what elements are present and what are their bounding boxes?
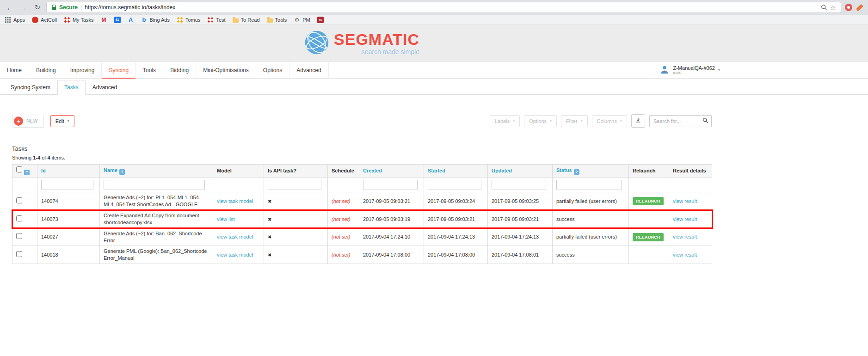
- created-value: 2017-09-04 17:08:00: [363, 252, 410, 258]
- bookmark-test[interactable]: Test: [207, 17, 225, 23]
- sort-name[interactable]: Name: [104, 167, 117, 173]
- filter-updated-input[interactable]: [492, 180, 546, 190]
- nav-item-mini-optimisations[interactable]: Mini-Optimisations: [196, 62, 256, 78]
- view-result-link[interactable]: view result: [673, 216, 697, 222]
- search-input[interactable]: [649, 115, 699, 127]
- edit-button[interactable]: Edit ▾: [50, 115, 74, 127]
- schedule-value: (not set): [332, 252, 350, 258]
- export-button[interactable]: [631, 114, 645, 128]
- bookmark-gmail[interactable]: M: [101, 17, 107, 23]
- filter-api-input[interactable]: [268, 180, 321, 190]
- summary-prefix: Showing: [12, 155, 33, 160]
- chevron-down-icon: ▾: [68, 119, 69, 123]
- row-checkbox[interactable]: [16, 233, 22, 239]
- bookmark-star-icon[interactable]: ☆: [830, 4, 836, 11]
- bookmark-label: To Read: [241, 17, 260, 23]
- columns-dropdown[interactable]: Columns ▾: [592, 115, 627, 127]
- bookmark-label: Tools: [275, 17, 287, 23]
- view-result-link[interactable]: view result: [673, 198, 697, 204]
- view-task-model-link[interactable]: view task model: [217, 198, 253, 204]
- address-bar[interactable]: Secure | https://tomus.segmatic.io/tasks…: [46, 2, 841, 13]
- table-row: 140074 Generate Ads (~2) for: PL1_054-ML…: [12, 192, 712, 210]
- new-button[interactable]: + NEW: [12, 115, 44, 128]
- apps-grid-icon: [5, 17, 11, 23]
- column-is-api-task: Is API task?: [268, 168, 296, 173]
- sort-created[interactable]: Created: [363, 168, 382, 173]
- row-checkbox[interactable]: [16, 215, 22, 221]
- nav-item-bidding[interactable]: Bidding: [163, 62, 196, 78]
- relaunch-button[interactable]: RELAUNCH: [633, 197, 664, 205]
- nav-item-improving[interactable]: Improving: [63, 62, 102, 78]
- extension-icon-1[interactable]: [845, 4, 852, 11]
- task-id: 140027: [41, 234, 58, 239]
- columns-dropdown-label: Columns: [597, 118, 617, 124]
- relaunch-button[interactable]: RELAUNCH: [633, 233, 664, 241]
- view-result-link[interactable]: view result: [673, 234, 697, 239]
- subnav-item-tasks[interactable]: Tasks: [57, 80, 86, 95]
- view-list-link[interactable]: view list: [217, 216, 235, 222]
- updated-value: 2017-09-05 09:03:21: [492, 216, 539, 222]
- segmatic-logo[interactable]: SEGMATIC search made simple: [304, 30, 419, 57]
- back-icon[interactable]: ←: [5, 4, 15, 12]
- labels-dropdown[interactable]: Labels ▾: [490, 115, 520, 127]
- filter-name-input[interactable]: [104, 180, 205, 190]
- calendar-icon: 31: [114, 17, 121, 23]
- nav-item-syncing[interactable]: Syncing: [102, 62, 136, 78]
- bookmark-to-read[interactable]: To Read: [233, 17, 260, 23]
- bookmark-tc[interactable]: TC: [317, 17, 324, 23]
- nav-item-advanced[interactable]: Advanced: [289, 62, 328, 78]
- row-checkbox[interactable]: [16, 251, 22, 257]
- sort-updated[interactable]: Updated: [492, 168, 512, 173]
- row-checkbox[interactable]: [16, 197, 22, 203]
- zoom-icon[interactable]: [821, 4, 827, 11]
- select-all-checkbox[interactable]: [16, 166, 22, 172]
- bookmark-analytics[interactable]: A: [128, 17, 134, 23]
- chevron-down-icon: ▾: [550, 119, 552, 123]
- bookmark-my-tasks[interactable]: My Tasks: [64, 17, 94, 23]
- nav-item-home[interactable]: Home: [0, 62, 29, 78]
- options-dropdown[interactable]: Options ▾: [524, 115, 557, 127]
- sort-started[interactable]: Started: [428, 168, 445, 173]
- created-value: 2017-09-05 09:03:21: [363, 198, 410, 204]
- filter-status-input[interactable]: [556, 180, 622, 190]
- edit-button-label: Edit: [55, 118, 64, 124]
- view-result-link[interactable]: view result: [673, 252, 697, 258]
- filter-dropdown[interactable]: Filter ▾: [561, 115, 587, 127]
- bookmark-actcoll[interactable]: ActColl: [32, 17, 57, 23]
- task-name: Generate PML (Google): Ban_062_Shortcode…: [104, 248, 207, 261]
- bookmark-label: Tomus: [185, 17, 200, 23]
- cross-icon: ✖: [268, 252, 271, 258]
- sort-status[interactable]: Status: [556, 167, 572, 173]
- nav-item-options[interactable]: Options: [256, 62, 289, 78]
- view-task-model-link[interactable]: view task model: [217, 234, 253, 239]
- bookmark-bing-ads[interactable]: b Bing Ads: [141, 17, 170, 23]
- help-icon[interactable]: ?: [574, 169, 579, 175]
- view-task-model-link[interactable]: view task model: [217, 252, 253, 258]
- started-value: 2017-09-05 09:03:21: [428, 216, 475, 222]
- options-dropdown-label: Options: [529, 118, 547, 124]
- bookmark-label: My Tasks: [73, 17, 94, 23]
- bookmark-tools[interactable]: Tools: [267, 17, 287, 23]
- refresh-icon[interactable]: ↻: [32, 3, 43, 12]
- forward-icon[interactable]: →: [18, 4, 29, 12]
- sort-id[interactable]: Id: [41, 168, 46, 173]
- nav-item-tools[interactable]: Tools: [136, 62, 163, 78]
- help-icon[interactable]: ?: [24, 170, 30, 175]
- bookmark-pm[interactable]: ⚙ PM: [294, 17, 310, 23]
- help-icon[interactable]: ?: [119, 169, 125, 175]
- bookmark-calendar[interactable]: 31: [114, 17, 121, 23]
- filter-created-input[interactable]: [363, 180, 418, 190]
- status-value: partially failed (user errors): [556, 198, 617, 204]
- search-button[interactable]: [699, 115, 712, 127]
- nav-item-building[interactable]: Building: [29, 62, 63, 78]
- bookmark-tomus[interactable]: Tomus: [177, 17, 200, 23]
- filter-started-input[interactable]: [428, 180, 481, 190]
- user-menu[interactable]: Z-ManualQA-#062 #280 ▾: [659, 62, 724, 78]
- main-nav: Home Building Improving Syncing Tools Bi…: [0, 62, 868, 79]
- subnav-item-advanced[interactable]: Advanced: [86, 80, 124, 95]
- extension-icon-2[interactable]: [856, 4, 863, 11]
- filter-id-input[interactable]: [41, 180, 93, 190]
- bookmark-apps[interactable]: Apps: [5, 17, 25, 23]
- summary-middle: of: [40, 155, 47, 160]
- subnav-item-syncing-system[interactable]: Syncing System: [4, 80, 57, 95]
